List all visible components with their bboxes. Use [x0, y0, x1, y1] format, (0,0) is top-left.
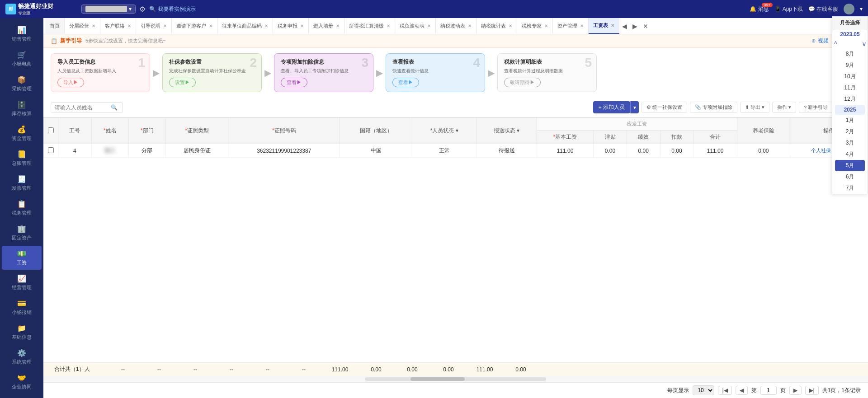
tab-product-code[interactable]: 往来单位商品编码 ✕ — [217, 18, 273, 34]
month-item-1[interactable]: 1月 — [832, 115, 868, 126]
video-link[interactable]: ⊙ 视频 — [811, 37, 828, 45]
settings-icon[interactable]: ⚙ — [139, 5, 146, 14]
scroll-thumb[interactable] — [410, 377, 465, 381]
search-icon[interactable]: 🔍 — [111, 104, 118, 111]
tab-close-icon[interactable]: ✕ — [264, 23, 268, 28]
cell-basesalary: 111.00 — [537, 144, 593, 158]
tab-close-icon[interactable]: ✕ — [92, 23, 95, 28]
search-input[interactable] — [55, 104, 109, 111]
next-page-btn[interactable]: ▶ — [789, 386, 802, 395]
tab-home[interactable]: 首页 — [45, 18, 65, 34]
tab-close-icon[interactable]: ✕ — [427, 23, 431, 28]
tab-close-icon[interactable]: ✕ — [611, 23, 614, 28]
month-item-7[interactable]: 7月 — [832, 183, 868, 194]
month-item-10[interactable]: 10月 — [832, 71, 868, 82]
sidebar-item-inventory[interactable]: 🗄️ 库存核算 — [2, 97, 42, 121]
sidebar-item-purchase[interactable]: 📦 采购管理 — [2, 72, 42, 96]
tab-tax-wave[interactable]: 纳税波动表 ✕ — [436, 18, 476, 34]
sidebar-item-sales[interactable]: 📊 销售管理 — [2, 22, 42, 46]
month-item-6[interactable]: 6月 — [832, 171, 868, 183]
step-3-btn[interactable]: 查看▶ — [281, 78, 307, 87]
step-4-btn[interactable]: 查看▶ — [392, 78, 419, 87]
tab-fencev[interactable]: 分层经营 ✕ — [65, 18, 100, 34]
step-1-btn[interactable]: 导入▶ — [57, 78, 84, 87]
step-5-btn[interactable]: 敬请期待▶ — [504, 78, 541, 87]
horizontal-scrollbar[interactable] — [43, 376, 868, 382]
sidebar-item-ledger[interactable]: 📒 总账管理 — [2, 146, 42, 170]
month-item-9[interactable]: 9月 — [832, 60, 868, 71]
last-page-btn[interactable]: ▶| — [805, 386, 819, 395]
tab-close-icon[interactable]: ✕ — [127, 23, 131, 28]
sidebar-item-operations[interactable]: 📈 经营管理 — [2, 271, 42, 295]
tab-customer[interactable]: 客户联络 ✕ — [100, 18, 136, 34]
tab-close-icon[interactable]: ✕ — [509, 23, 512, 28]
sidebar-item-marketing[interactable]: 💳 小畅报销 — [2, 295, 42, 319]
month-item-2[interactable]: 2月 — [832, 126, 868, 137]
tab-close-icon[interactable]: ✕ — [387, 23, 390, 28]
sidebar-item-invoice[interactable]: 🧾 发票管理 — [2, 171, 42, 195]
special-deduction-btn[interactable]: 📎 专项附加扣除 — [690, 102, 737, 113]
sidebar-item-enterprise[interactable]: 🤝 企业协同 — [2, 370, 42, 394]
messages-button[interactable]: 🔔 消息 99+ — [750, 5, 769, 13]
sidebar-item-salary[interactable]: 💵 工资 — [2, 246, 42, 270]
tab-close-icon[interactable]: ✕ — [544, 23, 548, 28]
user-avatar[interactable] — [844, 4, 854, 14]
tab-close-all-btn[interactable]: ✕ — [640, 23, 651, 30]
tab-prev-btn[interactable]: ◀ — [619, 23, 630, 30]
tab-salary[interactable]: 工资表 ✕ — [589, 18, 619, 34]
export-btn[interactable]: ⬆ 导出 ▾ — [740, 102, 769, 113]
demo-link[interactable]: 🔍 我要看实例演示 — [149, 5, 196, 13]
tab-close-icon[interactable]: ✕ — [300, 23, 304, 28]
sidebar-item-tax[interactable]: 📋 税务管理 — [2, 196, 42, 220]
tab-close-icon[interactable]: ✕ — [209, 23, 212, 28]
online-service-button[interactable]: 💬 在线客服 — [808, 5, 838, 13]
tab-close-icon[interactable]: ✕ — [580, 23, 584, 28]
sidebar-item-ecommerce[interactable]: 🛒 小畅电商 — [2, 47, 42, 71]
tab-close-icon[interactable]: ✕ — [336, 23, 340, 28]
tab-asset-mgmt[interactable]: 资产管理 ✕ — [553, 18, 589, 34]
prev-page-btn[interactable]: ◀ — [736, 386, 748, 395]
tab-guide[interactable]: 引导说明 ✕ — [136, 18, 172, 34]
month-item-5[interactable]: 5月 — [835, 160, 865, 171]
sendstatus-filter-icon[interactable]: ▾ — [517, 127, 519, 134]
tab-tax-report[interactable]: 税务申报 ✕ — [273, 18, 309, 34]
month-item-3[interactable]: 3月 — [832, 137, 868, 149]
month-item-8[interactable]: 8月 — [832, 48, 868, 60]
app-download-button[interactable]: 📱 App下载 — [774, 5, 803, 13]
tab-invite[interactable]: 邀请下游客户 ✕ — [172, 18, 217, 34]
sidebar-item-basic[interactable]: 📁 基础信息 — [2, 320, 42, 344]
month-item-12[interactable]: 12月 — [832, 94, 868, 105]
first-page-btn[interactable]: |◀ — [718, 386, 731, 395]
select-all-checkbox[interactable] — [48, 127, 54, 133]
page-number-input[interactable] — [760, 386, 777, 395]
unified-settings-btn[interactable]: ⚙ 统一社保设置 — [642, 102, 687, 113]
tab-clearance[interactable]: 进入清册 ✕ — [309, 18, 344, 34]
tab-next-btn[interactable]: ▶ — [630, 23, 640, 30]
month-next-btn[interactable]: v — [863, 40, 866, 47]
step-2-btn[interactable]: 设置▶ — [169, 78, 196, 87]
operations-btn[interactable]: 操作 ▾ — [772, 102, 796, 113]
tab-close-icon[interactable]: ✕ — [163, 23, 167, 28]
new-guide-btn[interactable]: ? 新手引导 — [799, 102, 833, 113]
status-filter-icon[interactable]: ▾ — [456, 127, 458, 134]
sidebar-item-guide[interactable]: 🎯 新手引导 — [2, 395, 42, 398]
sidebar-item-system[interactable]: ⚙️ 系统管理 — [2, 345, 42, 369]
month-item-4[interactable]: 4月 — [832, 149, 868, 160]
sidebar-item-assets[interactable]: 🏢 固定资产 — [2, 221, 42, 245]
add-employee-dropdown-btn[interactable]: ▾ — [630, 101, 639, 113]
user-menu[interactable]: ▾ — [860, 6, 863, 12]
tab-close-icon[interactable]: ✕ — [468, 23, 472, 28]
page-size-select[interactable]: 10 20 50 — [693, 385, 714, 395]
month-item-11[interactable]: 11月 — [832, 82, 868, 94]
add-employee-button[interactable]: + 添加人员 — [593, 101, 630, 113]
tab-tax-stat[interactable]: 纳税统计表 ✕ — [476, 18, 517, 34]
sidebar-item-finance[interactable]: 💰 资金管理 — [2, 122, 42, 145]
tab-tax-expert[interactable]: 税检专家 ✕ — [517, 18, 553, 34]
tab-tax-burden[interactable]: 税负波动表 ✕ — [395, 18, 436, 34]
row-checkbox[interactable] — [48, 147, 54, 153]
month-prev-btn[interactable]: ^ — [834, 40, 837, 47]
tab-income-tax[interactable]: 所得税汇算清缴 ✕ — [344, 18, 395, 34]
year-item-2025[interactable]: 2025 — [835, 105, 865, 115]
personal-insurance-link[interactable]: 个人社保 — [811, 148, 831, 153]
company-selector[interactable]: ▾ — [81, 5, 136, 14]
